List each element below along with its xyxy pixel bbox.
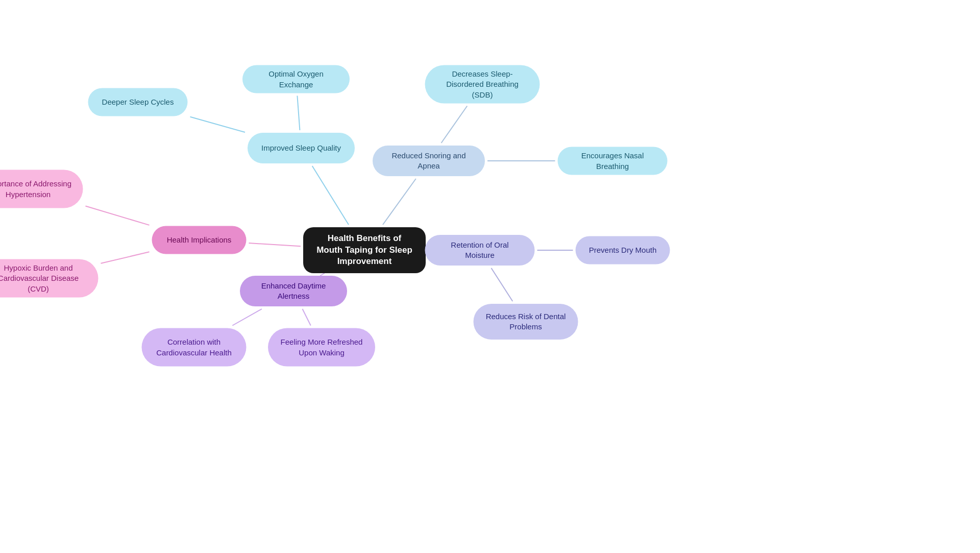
node-label-feeling-refreshed: Feeling More Refreshed Upon Waking [279,337,364,358]
node-label-reduced-snoring: Reduced Snoring and Apnea [384,151,474,172]
node-correlation-cardio: Correlation with Cardiovascular Health [142,328,247,367]
node-label-decreases-sdb: Decreases Sleep-Disordered Breathing (SD… [436,69,529,100]
node-label-prevents-dry: Prevents Dry Mouth [589,245,657,255]
node-retention-oral: Retention of Oral Moisture [425,235,535,266]
node-label-encourages-nasal: Encourages Nasal Breathing [569,151,656,172]
node-label-enhanced-daytime: Enhanced Daytime Alertness [251,281,336,302]
node-enhanced-daytime: Enhanced Daytime Alertness [240,276,347,306]
node-importance-hypertension: Importance of Addressing Hypertension [0,170,83,208]
node-encourages-nasal: Encourages Nasal Breathing [558,147,668,175]
node-label-improved-sleep: Improved Sleep Quality [261,143,341,153]
node-hypoxic-burden: Hypoxic Burden and Cardiovascular Diseas… [0,259,99,298]
node-prevents-dry: Prevents Dry Mouth [576,236,670,265]
center-label: Health Benefits of Mouth Taping for Slee… [314,233,414,268]
mindmap-container: Health Benefits of Mouth Taping for Slee… [0,0,980,553]
node-label-optimal-oxygen: Optimal Oxygen Exchange [254,69,338,90]
node-label-reduces-dental: Reduces Risk of Dental Problems [485,311,567,332]
node-improved-sleep: Improved Sleep Quality [248,133,355,163]
node-health-implications: Health Implications [152,226,247,254]
node-label-health-implications: Health Implications [167,235,232,245]
node-label-hypoxic-burden: Hypoxic Burden and Cardiovascular Diseas… [0,263,87,294]
node-label-deeper-sleep: Deeper Sleep Cycles [102,97,174,107]
node-feeling-refreshed: Feeling More Refreshed Upon Waking [268,328,375,367]
node-reduces-dental: Reduces Risk of Dental Problems [474,304,578,340]
node-optimal-oxygen: Optimal Oxygen Exchange [242,65,350,93]
node-reduced-snoring: Reduced Snoring and Apnea [373,146,485,176]
node-label-retention-oral: Retention of Oral Moisture [436,240,524,261]
node-label-correlation-cardio: Correlation with Cardiovascular Health [153,337,235,358]
node-decreases-sdb: Decreases Sleep-Disordered Breathing (SD… [425,65,540,104]
node-label-importance-hypertension: Importance of Addressing Hypertension [0,179,72,200]
center-node: Health Benefits of Mouth Taping for Slee… [303,227,426,273]
node-deeper-sleep: Deeper Sleep Cycles [88,88,188,116]
